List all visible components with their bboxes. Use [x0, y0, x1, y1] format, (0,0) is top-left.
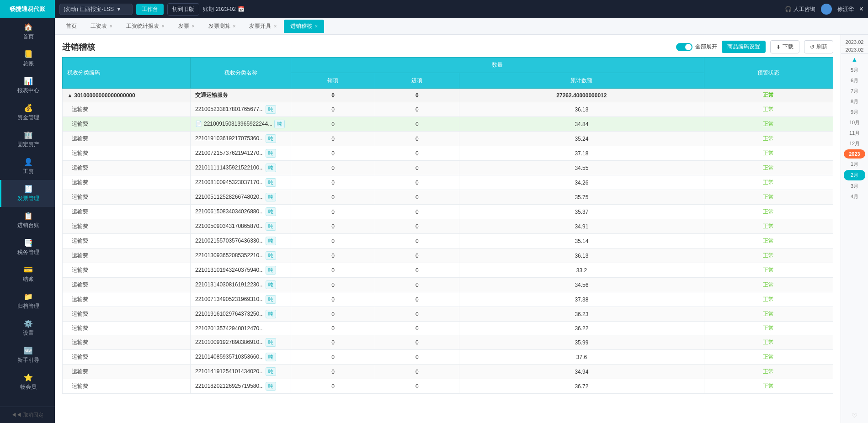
top-bar: (勿动) 江西报宝-LSS ▼ 工作台 切到旧版 账期 2023-02 📅 🎧 …: [55, 0, 868, 18]
page-title: 进销稽核: [62, 42, 95, 53]
table-row-status: 正常: [704, 205, 833, 219]
month-12[interactable]: 12月: [841, 138, 868, 149]
invoice-calc-tab-close[interactable]: ×: [233, 24, 236, 29]
month-5[interactable]: 5月: [841, 65, 868, 75]
table-row-cumulative: 36.22: [459, 322, 704, 335]
tab-invoice-calc[interactable]: 发票测算 ×: [202, 20, 242, 33]
expand-all-toggle[interactable]: 全部展开: [676, 43, 717, 51]
workspace-button[interactable]: 工作台: [136, 4, 164, 15]
table-row-sales: 0: [291, 379, 375, 394]
tax-icon: 📑: [24, 238, 33, 247]
month-10[interactable]: 10月: [841, 117, 868, 128]
tab-sales-check[interactable]: 进销稽核 ×: [284, 20, 324, 33]
scroll-up-button[interactable]: ▲: [841, 54, 868, 65]
month-1[interactable]: 1月: [841, 159, 868, 169]
table-row-status: 正常: [704, 219, 833, 234]
salary-tab-close[interactable]: ×: [110, 24, 112, 29]
month-9[interactable]: 9月: [841, 107, 868, 117]
month-7[interactable]: 7月: [841, 86, 868, 96]
settings-button[interactable]: 商品编码设置: [722, 41, 766, 53]
toggle-label: 全部展开: [695, 43, 717, 51]
invoice-open-tab-close[interactable]: ×: [274, 24, 277, 29]
table-row-invoice: 221018202126925719580... 吨: [191, 379, 291, 394]
close-icon[interactable]: ×: [859, 5, 863, 13]
tab-salary[interactable]: 工资表 ×: [84, 20, 119, 33]
month-11[interactable]: 11月: [841, 128, 868, 138]
company-selector[interactable]: (勿动) 江西报宝-LSS ▼: [59, 4, 133, 15]
table-row-purchase: 0: [375, 263, 459, 278]
unit-tag: 吨: [266, 310, 276, 318]
sidebar-item-assets[interactable]: 🏢 固定资产: [0, 126, 55, 153]
unit-tag: 吨: [266, 134, 276, 143]
table-row-name: 交通运输服务: [191, 89, 291, 102]
table-row-name: 运输费: [63, 307, 191, 322]
table-container: 税收分类编码 税收分类名称 数量 预警状态 销项 进项 累计数额 ▲ 301: [55, 57, 841, 423]
unit-tag: 吨: [266, 207, 276, 216]
table-row-sales: 0: [291, 322, 375, 335]
table-row-cumulative: 37.6: [459, 350, 704, 365]
table-row-cumulative: 37.38: [459, 292, 704, 307]
switch-version-button[interactable]: 切到旧版: [167, 3, 199, 16]
invoice-tab-close[interactable]: ×: [192, 24, 195, 29]
avatar: [821, 4, 832, 15]
salary-icon: 👤: [24, 158, 33, 166]
table-row-cumulative: 36.13: [459, 249, 704, 263]
app-logo: 畅捷通易代账: [0, 0, 55, 18]
month-6[interactable]: 6月: [841, 75, 868, 86]
month-8[interactable]: 8月: [841, 96, 868, 107]
table-row-invoice: 📄221009150313965922244... 吨: [191, 117, 291, 132]
sidebar-item-reports[interactable]: 📊 报表中心: [0, 72, 55, 99]
sidebar-item-guide[interactable]: 🆕 新手引导: [0, 342, 55, 369]
unpin-button[interactable]: ◀◀ 取消固定: [0, 407, 55, 423]
tab-salary-stats[interactable]: 工资统计报表 ×: [120, 20, 171, 33]
unit-tag: 吨: [266, 295, 276, 304]
refresh-button[interactable]: ↺ 刷新: [804, 40, 833, 53]
table-row-purchase: 0: [375, 146, 459, 161]
sidebar-item-settings[interactable]: ⚙️ 设置: [0, 315, 55, 342]
sidebar-item-archive[interactable]: 📁 归档管理: [0, 288, 55, 315]
sales-check-tab-close[interactable]: ×: [315, 24, 318, 29]
table-row-cumulative: 34.94: [459, 365, 704, 379]
sidebar-item-tax[interactable]: 📑 税务管理: [0, 234, 55, 261]
table-row-sales: 0: [291, 278, 375, 292]
table-row-sales: 0: [291, 190, 375, 205]
table-row-invoice: 221014191254101434020... 吨: [191, 365, 291, 379]
table-row-invoice: 221013101943240375940... 吨: [191, 263, 291, 278]
table-row-purchase: 0: [375, 379, 459, 394]
table-row-status: 正常: [704, 146, 833, 161]
table-row-invoice: 221008100945323037170... 吨: [191, 175, 291, 190]
table-row-name: 运输费: [63, 161, 191, 175]
table-row-sales: 0: [291, 89, 375, 102]
sidebar-item-sales-ledger[interactable]: 📋 进销台账: [0, 207, 55, 234]
month-2-active[interactable]: 2月: [844, 170, 865, 180]
col-sales: 销项: [291, 73, 375, 89]
sidebar-item-ledger[interactable]: 📒 总账: [0, 45, 55, 72]
support-link[interactable]: 🎧 人工咨询: [785, 5, 815, 13]
table-row-purchase: 0: [375, 190, 459, 205]
download-button[interactable]: ⬇ 下载: [770, 40, 799, 53]
table-row-cumulative: 34.26: [459, 175, 704, 190]
sidebar-item-home[interactable]: 🏠 首页: [0, 18, 55, 45]
tab-invoice[interactable]: 发票 ×: [172, 20, 201, 33]
sidebar-item-member[interactable]: ⭐ 畅会员: [0, 369, 55, 396]
sidebar-item-settlement[interactable]: 💳 结账: [0, 261, 55, 288]
table-row-name: 运输费: [63, 146, 191, 161]
month-3[interactable]: 3月: [841, 181, 868, 191]
table-row-code: ▲ 30100000000000000000: [63, 89, 191, 102]
toggle-switch[interactable]: [676, 43, 692, 51]
table-row-sales: 0: [291, 132, 375, 146]
tab-invoice-open[interactable]: 发票开具 ×: [243, 20, 283, 33]
table-row-sales: 0: [291, 249, 375, 263]
tab-bar: 首页 工资表 × 工资统计报表 × 发票 × 发票测算 × 发票开具 × 进销稽…: [55, 18, 868, 35]
unit-tag: 吨: [266, 382, 276, 391]
sidebar-item-invoice-mgmt[interactable]: 🧾 发票管理: [0, 180, 55, 207]
tab-home[interactable]: 首页: [59, 20, 83, 33]
table-row-name: 运输费: [63, 190, 191, 205]
table-row-purchase: 0: [375, 292, 459, 307]
month-4[interactable]: 4月: [841, 191, 868, 202]
calendar-icon[interactable]: 📅: [238, 6, 245, 12]
salary-stats-tab-close[interactable]: ×: [162, 24, 165, 29]
unit-tag: 吨: [266, 338, 276, 347]
sidebar-item-salary[interactable]: 👤 工资: [0, 153, 55, 180]
sidebar-item-capital[interactable]: 💰 资金管理: [0, 99, 55, 126]
